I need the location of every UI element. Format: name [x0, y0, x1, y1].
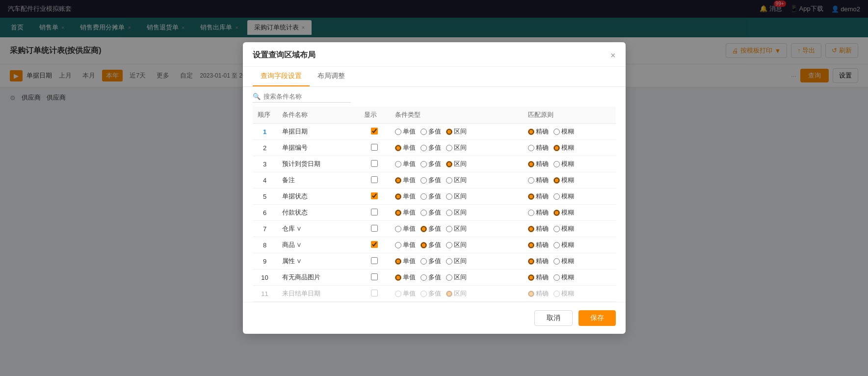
- th-match: 匹配原则: [523, 107, 615, 112]
- search-box: 🔍: [253, 93, 351, 103]
- th-show: 显示: [359, 107, 390, 112]
- dialog-close-button[interactable]: ×: [610, 51, 616, 60]
- tab-layout-adjust[interactable]: 布局调整: [310, 67, 353, 86]
- dialog-table-wrap: 顺序 条件名称 显示 条件类型 匹配原则 1单据日期单值多值区间精确模糊2单据编…: [243, 107, 626, 112]
- search-input[interactable]: [263, 93, 342, 100]
- dialog-title: 设置查询区域布局: [253, 50, 316, 60]
- settings-dialog: 设置查询区域布局 × 查询字段设置 布局调整 🔍 顺序: [243, 42, 626, 112]
- tab-query-fields[interactable]: 查询字段设置: [253, 67, 310, 86]
- condition-table: 顺序 条件名称 显示 条件类型 匹配原则 1单据日期单值多值区间精确模糊2单据编…: [253, 107, 616, 112]
- dialog-search-area: 🔍: [243, 87, 626, 107]
- search-icon: 🔍: [253, 93, 261, 100]
- th-type: 条件类型: [390, 107, 524, 112]
- th-order: 顺序: [253, 107, 277, 112]
- dialog-header: 设置查询区域布局 ×: [243, 42, 626, 67]
- dialog-tabs: 查询字段设置 布局调整: [243, 67, 626, 87]
- dialog-overlay: 设置查询区域布局 × 查询字段设置 布局调整 🔍 顺序: [0, 0, 868, 112]
- th-name: 条件名称: [277, 107, 359, 112]
